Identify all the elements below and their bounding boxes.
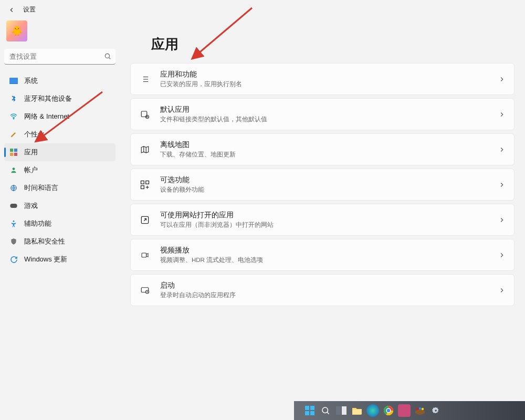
sidebar-item-label: 个性化 (24, 130, 45, 139)
card-subtitle: 下载、存储位置、地图更新 (160, 151, 498, 159)
account-icon (9, 166, 18, 174)
card-offline-maps[interactable]: 离线地图 下载、存储位置、地图更新 (130, 133, 514, 165)
svg-rect-18 (142, 253, 146, 257)
card-title: 应用和功能 (160, 70, 498, 79)
svg-rect-6 (10, 153, 13, 156)
chevron-right-icon (498, 251, 506, 259)
map-icon (139, 144, 151, 155)
sidebar-item-label: 时间和语言 (24, 183, 58, 193)
svg-rect-28 (352, 410, 362, 414)
sidebar-item-privacy[interactable]: 隐私和安全性 (4, 233, 116, 250)
svg-point-11 (13, 220, 15, 222)
card-default-apps[interactable]: 默认应用 文件和链接类型的默认值，其他默认值 (130, 98, 514, 130)
taskbar (0, 401, 525, 420)
card-subtitle: 已安装的应用，应用执行别名 (160, 80, 498, 88)
shield-icon (9, 237, 18, 246)
svg-rect-22 (310, 406, 314, 410)
taskbar-taskview-button[interactable] (335, 404, 348, 417)
chevron-right-icon (498, 287, 506, 294)
svg-rect-27 (342, 406, 346, 415)
open-external-icon (139, 214, 151, 226)
card-title: 视频播放 (160, 246, 498, 255)
user-avatar[interactable]: 🐥 (6, 20, 27, 41)
sidebar-item-label: 系统 (24, 76, 38, 86)
taskbar-search-button[interactable] (319, 404, 332, 417)
svg-rect-4 (10, 149, 13, 152)
taskbar-edge-button[interactable] (366, 404, 379, 417)
svg-rect-14 (141, 181, 144, 184)
svg-point-3 (13, 118, 14, 119)
page-title: 应用 (151, 35, 514, 54)
sidebar-item-accessibility[interactable]: 辅助功能 (4, 215, 116, 233)
card-title: 启动 (160, 281, 498, 290)
svg-point-25 (322, 407, 328, 413)
card-title: 可选功能 (160, 175, 498, 185)
card-title: 默认应用 (160, 105, 498, 114)
svg-point-0 (105, 54, 109, 58)
sidebar-item-apps[interactable]: 应用 (4, 143, 116, 161)
svg-rect-2 (9, 83, 18, 84)
sidebar-item-system[interactable]: 系统 (4, 72, 116, 90)
taskbar-chrome-button[interactable] (382, 404, 395, 417)
chevron-right-icon (498, 76, 506, 83)
update-icon (9, 255, 18, 264)
back-button[interactable] (7, 6, 16, 14)
brush-icon (9, 130, 18, 139)
search-box[interactable] (4, 49, 116, 65)
main-content: 应用 应用和功能 已安装的应用，应用执行别名 默认应用 (120, 17, 525, 420)
wifi-icon (9, 112, 18, 121)
chevron-right-icon (498, 181, 506, 188)
svg-point-36 (422, 408, 424, 410)
grid-plus-icon (139, 179, 151, 191)
taskbar-start-button[interactable] (303, 404, 316, 417)
card-apps-for-websites[interactable]: 可使用网站打开的应用 可以在应用（而非浏览器）中打开的网站 (130, 204, 514, 236)
startup-icon (139, 285, 151, 296)
bluetooth-icon (9, 94, 18, 103)
svg-point-34 (416, 408, 418, 410)
sidebar-item-label: 辅助功能 (24, 219, 51, 228)
sidebar-item-windows-update[interactable]: Windows 更新 (4, 250, 116, 268)
svg-rect-21 (305, 406, 309, 410)
svg-rect-26 (336, 406, 341, 415)
svg-point-33 (415, 410, 425, 415)
sidebar-item-bluetooth[interactable]: 蓝牙和其他设备 (4, 90, 116, 108)
card-title: 可使用网站打开的应用 (160, 211, 498, 220)
chevron-right-icon (498, 111, 506, 118)
search-input[interactable] (4, 49, 116, 65)
video-icon (139, 249, 151, 261)
window-title: 设置 (23, 5, 36, 14)
globe-icon (9, 184, 18, 192)
taskbar-app-button-2[interactable] (414, 404, 426, 417)
taskbar-app-button-1[interactable] (398, 404, 411, 417)
svg-point-8 (13, 167, 15, 170)
sidebar-item-label: 应用 (24, 148, 38, 157)
card-subtitle: 设备的额外功能 (160, 186, 498, 194)
card-apps-features[interactable]: 应用和功能 已安装的应用，应用执行别名 (130, 63, 514, 95)
arrow-left-icon (8, 6, 15, 14)
card-subtitle: 视频调整、HDR 流式处理、电池选项 (160, 256, 498, 264)
taskbar-settings-button[interactable] (429, 404, 442, 417)
svg-rect-23 (305, 411, 309, 415)
card-subtitle: 文件和链接类型的默认值，其他默认值 (160, 116, 498, 123)
card-startup[interactable]: 启动 登录时自动启动的应用程序 (130, 274, 514, 306)
svg-rect-24 (310, 411, 314, 415)
card-optional-features[interactable]: 可选功能 设备的额外功能 (130, 169, 514, 201)
card-subtitle: 登录时自动启动的应用程序 (160, 291, 498, 299)
sidebar-item-time-language[interactable]: 时间和语言 (4, 179, 116, 197)
default-apps-icon (139, 109, 151, 120)
sidebar-item-network[interactable]: 网络 & Internet (4, 108, 116, 125)
card-subtitle: 可以在应用（而非浏览器）中打开的网站 (160, 221, 498, 229)
sidebar-item-accounts[interactable]: 帐户 (4, 161, 116, 179)
svg-rect-10 (10, 204, 17, 208)
card-video-playback[interactable]: 视频播放 视频调整、HDR 流式处理、电池选项 (130, 239, 514, 271)
sidebar-item-personalization[interactable]: 个性化 (4, 125, 116, 143)
card-title: 离线地图 (160, 140, 498, 150)
sidebar-item-label: 网络 & Internet (24, 112, 69, 121)
sidebar-item-gaming[interactable]: 游戏 (4, 197, 116, 215)
list-icon (139, 74, 151, 85)
svg-rect-7 (14, 153, 17, 156)
svg-rect-5 (14, 149, 17, 152)
taskbar-explorer-button[interactable] (351, 404, 363, 417)
svg-rect-16 (141, 185, 144, 188)
search-icon (104, 52, 111, 60)
